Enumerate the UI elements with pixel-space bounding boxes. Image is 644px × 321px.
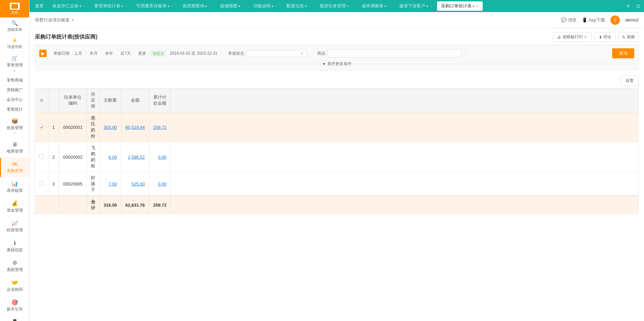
appdownload-btn[interactable]: 📱 App下载 <box>582 17 605 23</box>
row-checkbox[interactable]: ✓ <box>35 112 48 142</box>
row-amount-1[interactable]: 1,586.52 <box>121 142 149 172</box>
appcenter-icon: 📱 <box>11 319 18 321</box>
tab-chaochun-close[interactable]: × <box>242 4 245 8</box>
tab-gongneng[interactable]: 功能说明 ▾ × <box>249 1 282 11</box>
table-row[interactable]: 3 00020005 好孩子 7.00 525.80 0.00 <box>35 172 639 196</box>
table-row[interactable]: ✓ 1 00020001 惠氏奶粉 303.00 60,519.44 259.7… <box>35 112 639 142</box>
table-row[interactable]: 2 00020002 飞鹤奶粉 6.00 1,586.52 0.00 <box>35 142 639 172</box>
expand-label: 展开更多条件 <box>327 61 352 67</box>
sidebar-item-basic[interactable]: ℹ 基础信息 <box>0 236 29 256</box>
query-button[interactable]: 查询 <box>612 48 634 58</box>
tab-yaoqing-label: 邀请下游客户 <box>399 3 425 9</box>
row-qty-0[interactable]: 303.00 <box>100 112 121 142</box>
filter-toggle-btn[interactable]: ▶ <box>39 50 47 57</box>
sidebar-item-cooperation[interactable]: 🤝 企业协同 <box>0 276 29 296</box>
tab-chaochun[interactable]: 超储预警 ▾ × <box>216 1 249 11</box>
tab-yaoqing-arrow: ▾ <box>426 4 428 8</box>
export-icon: ⬇ <box>599 35 602 40</box>
tab-yaoqing-close[interactable]: × <box>430 4 432 8</box>
tab-peizhi[interactable]: 配置信息 ▾ × <box>282 1 315 11</box>
user-avatar[interactable]: E <box>610 15 620 25</box>
sidebar-item-appcenter[interactable]: 📱 应用中心 <box>0 316 29 321</box>
row-code-2: 00020005 <box>59 172 87 196</box>
tab-peizhi-close[interactable]: × <box>309 4 311 8</box>
sidebar-item-quicknav[interactable]: ⚡ 快捷导航 <box>0 35 29 52</box>
sidebar-item-member[interactable]: 会员中心 <box>0 95 29 105</box>
tab-yaoqing[interactable]: 邀请下游客户 ▾ × <box>395 1 436 11</box>
date-btn-more[interactable]: 更多 <box>136 50 149 57</box>
date-btn-last-month[interactable]: 上月 <box>71 50 85 57</box>
settings-label: 设置 <box>626 78 634 83</box>
row-qty-2[interactable]: 7.00 <box>100 172 121 196</box>
tab-caigou[interactable]: 采购订单统计表 ▾ × <box>437 1 483 11</box>
row-checkbox[interactable] <box>35 142 48 172</box>
date-btn-this-month[interactable]: 本月 <box>87 50 100 57</box>
row-paid-2[interactable]: 0.00 <box>149 172 171 196</box>
tab-kucun-close[interactable]: × <box>171 4 174 8</box>
status-select[interactable]: ▼ <box>246 50 307 57</box>
refresh-label: 刷新 <box>627 34 635 40</box>
tab-pihuo-close[interactable]: × <box>351 4 353 8</box>
tab-caigou-close[interactable]: × <box>476 4 479 8</box>
tab-shoufa-close[interactable]: × <box>83 4 86 8</box>
settings-button[interactable]: 设置 <box>621 76 639 86</box>
expand-arrow-icon: ▼ <box>322 62 326 66</box>
goods-input[interactable] <box>327 49 462 57</box>
nav-maximize-btn[interactable]: ⊡ <box>634 2 643 10</box>
export-button[interactable]: ⬇ 导出 <box>594 32 616 42</box>
account-dropdown[interactable]: 母婴行业演示账套 ▼ <box>35 17 74 23</box>
col-header-supplier: 供应商 <box>87 89 100 112</box>
sidebar-item-finance[interactable]: 💰 资金管理 <box>0 197 29 217</box>
sidebar-item-retail-shop[interactable]: 零售商城 <box>0 75 29 85</box>
sidebar-item-operation[interactable]: 📈 经营管理 <box>0 217 29 236</box>
sidebar-item-retail-stat[interactable]: 零售统计 <box>0 105 29 114</box>
tab-home[interactable]: 首页 <box>31 1 48 11</box>
sidebar-item-wholesale[interactable]: 📦 批发管理 ▼ <box>0 114 29 138</box>
row-extra-0 <box>171 112 639 142</box>
row-checkbox[interactable] <box>35 172 48 196</box>
sidebar-item-guide[interactable]: 🎯 新手引导 <box>0 296 29 316</box>
tab-pihuo[interactable]: 拣货任务管理 ▾ × <box>316 1 357 11</box>
tab-yaohuo-close[interactable]: × <box>125 4 127 8</box>
row-amount-2[interactable]: 525.80 <box>121 172 149 196</box>
goods-more-icon[interactable]: ··· <box>464 51 468 56</box>
checkbox-icon-1[interactable] <box>39 154 44 159</box>
sidebar-item-purchase[interactable]: 🛍 采购管理 <box>0 158 29 177</box>
sidebar-item-system[interactable]: ⚙ 系统管理 <box>0 256 29 276</box>
print-button[interactable]: 🖨 按模板打印 ▼ <box>553 32 592 42</box>
date-range-value: 2016-01-01 至 2023-12-31 <box>170 51 217 56</box>
sidebar-item-retail[interactable]: 🛒 零售管理 ▲ <box>0 52 29 75</box>
date-btn-7days[interactable]: 近7天 <box>118 50 133 57</box>
col-header-checkbox: ⚙ <box>35 89 48 112</box>
tab-chengben[interactable]: 成本调整单 ▾ × <box>358 1 394 11</box>
sidebar-item-marketing[interactable]: 营销推广 <box>0 85 29 95</box>
tab-gongneng-close[interactable]: × <box>275 4 278 8</box>
expand-more-btn[interactable]: ▼ 展开更多条件 <box>322 61 352 67</box>
sidebar-item-search[interactable]: 🔍 搜索英单 <box>0 17 29 35</box>
summary-label-cell <box>35 196 59 214</box>
tab-shoufa[interactable]: 收发存汇总表 ▾ × <box>48 1 90 11</box>
nav-close-btn[interactable]: ✕ <box>624 2 633 10</box>
tab-yaohuo[interactable]: 要货单统计表 ▾ × <box>90 1 131 11</box>
tab-kucun[interactable]: 可用量库存账本 ▾ × <box>132 1 178 11</box>
sidebar-item-inventory[interactable]: 📊 库存核算 <box>0 177 29 197</box>
row-qty-1[interactable]: 6.00 <box>100 142 121 172</box>
tab-baoyouqi-close[interactable]: × <box>209 4 211 8</box>
row-paid-1[interactable]: 0.00 <box>149 142 171 172</box>
tab-chengben-close[interactable]: × <box>388 4 390 8</box>
date-btn-this-year[interactable]: 本年 <box>102 50 116 57</box>
checkbox-icon-2[interactable] <box>39 181 44 186</box>
table-footer: 合计 316.00 62,631.76 259.72 <box>35 196 639 214</box>
sidebar-item-ecommerce[interactable]: 🖥 电商管理 <box>0 138 29 158</box>
message-btn[interactable]: 💬 消息 <box>561 17 577 23</box>
account-dropdown-arrow: ▼ <box>71 18 74 22</box>
row-amount-0[interactable]: 60,519.44 <box>121 112 149 142</box>
page-content: 采购订单统计表(按供应商) 🖨 按模板打印 ▼ ⬇ 导出 ↻ 刷新 <box>30 28 644 321</box>
checkbox-icon-0[interactable]: ✓ <box>39 125 44 129</box>
col-header-extra <box>171 89 639 112</box>
row-paid-0[interactable]: 259.72 <box>149 112 171 142</box>
table-settings-icon[interactable]: ⚙ <box>40 98 44 103</box>
settings-row: 设置 <box>30 74 644 88</box>
tab-baoyouqi[interactable]: 保质期查询 ▾ × <box>178 1 215 11</box>
refresh-button[interactable]: ↻ 刷新 <box>619 32 639 42</box>
